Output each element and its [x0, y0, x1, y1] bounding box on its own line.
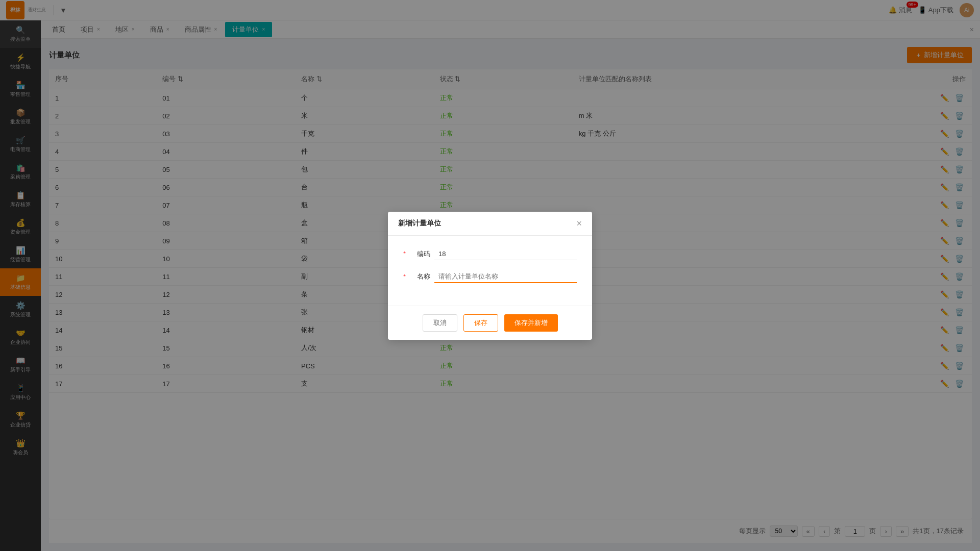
required-star-name: * — [403, 273, 406, 281]
save-button[interactable]: 保存 — [463, 314, 498, 332]
code-input[interactable] — [434, 248, 577, 260]
form-row-name: * 名称 — [403, 270, 577, 283]
save-new-button[interactable]: 保存并新增 — [504, 314, 558, 332]
modal: 新增计量单位 × * 编码 * 名称 取消 保存 保存并新增 — [388, 212, 592, 340]
modal-overlay: 新增计量单位 × * 编码 * 名称 取消 保存 保存并新增 — [0, 0, 980, 551]
name-input[interactable] — [434, 270, 577, 283]
cancel-button[interactable]: 取消 — [423, 314, 457, 332]
modal-title: 新增计量单位 — [398, 219, 441, 228]
form-row-code: * 编码 — [403, 248, 577, 260]
code-label: 编码 — [410, 249, 430, 259]
required-star-code: * — [403, 250, 406, 258]
name-label: 名称 — [410, 272, 430, 281]
modal-body: * 编码 * 名称 — [388, 236, 592, 306]
modal-footer: 取消 保存 保存并新增 — [388, 306, 592, 340]
modal-close-btn[interactable]: × — [576, 219, 582, 228]
modal-header: 新增计量单位 × — [388, 212, 592, 236]
